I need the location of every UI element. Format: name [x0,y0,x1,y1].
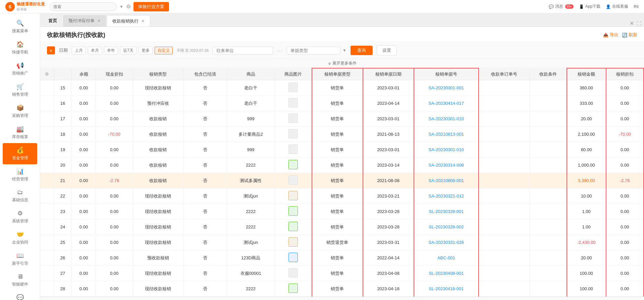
cell-cancel-bill-date: 2023-03-14 [363,158,414,173]
cell-cancel-discount: 0.00 [606,142,644,158]
product-image [288,114,298,123]
cell-receipt-order-no [479,266,529,281]
cell-cancel-bill-date: 2021-08-08 [363,173,414,188]
sidebar-label-inventory: 库存核算 [12,134,28,140]
cell-cancel-bill-no: SA-20230321-012 [414,188,479,204]
cell-product-img [274,281,312,297]
cell-product: 2222 [227,204,275,219]
sidebar-item-management[interactable]: 📊 经营管理 [0,164,40,185]
settings-icon[interactable]: ⚙ [126,3,131,10]
type-input[interactable] [287,47,340,54]
col-cancel-bill-no: 核销单据号 [414,68,479,80]
bill-no-link[interactable]: SA-20210813-001 [429,132,464,137]
cell-no: 25 [54,235,72,250]
unit-input[interactable] [213,47,273,54]
type-dropdown-arrow[interactable]: ▼ [342,48,346,53]
sidebar-item-purchase[interactable]: 📦 采购管理 [0,101,40,122]
bill-no-link[interactable]: SA-20230321-012 [429,194,464,199]
cell-cancel-amount: 333.00 [567,96,606,111]
user-info[interactable]: Rit [634,4,639,9]
cell-cancel-bill-date: 2021-08-13 [363,127,414,142]
bill-no-link[interactable]: SA-20230301-010 [429,147,464,152]
col-gear-icon[interactable]: ⚙ [45,72,49,77]
tab-prepay-close[interactable]: ✕ [97,18,101,23]
this-year-btn[interactable]: 本年 [104,47,118,54]
query-btn[interactable]: 查询 [351,46,373,55]
cell-product: 2222 [227,219,275,235]
sidebar-item-enterprise[interactable]: 🤝 企业协同 [0,227,40,249]
this-month-btn[interactable]: 本月 [88,47,102,54]
message-icon: 💬 [549,4,554,9]
bill-no-link[interactable]: SL-20230418-001 [429,286,464,291]
last-month-btn[interactable]: 上月 [72,47,86,54]
sidebar-item-marketing[interactable]: 📢 营销推广 [0,58,40,80]
expand-conditions-btn[interactable]: ∨ 展开更多条件 [328,60,357,66]
message-btn[interactable]: 💬 消息 99+ [549,4,574,9]
sidebar-label-sales: 销售管理 [12,92,28,97]
cell-settings [40,80,54,96]
bill-no-link[interactable]: SL-20230328-001 [429,209,464,214]
app-download-btn[interactable]: 📱 App下载 [579,4,600,9]
search-input[interactable] [50,2,117,11]
sidebar-item-basic[interactable]: 🗂 基础信息 [0,185,40,206]
export-btn[interactable]: 📤 导出 [603,32,619,38]
more-date-btn[interactable]: 更多 [139,47,153,54]
bill-no-link[interactable]: ABC-001 [437,255,455,260]
sidebar-item-hardware[interactable]: 🖥 智能硬件 [0,270,40,291]
guide-icon: 📖 [16,252,24,259]
cell-product-img [274,80,312,96]
bill-no-link[interactable]: SA-20230301-010 [429,116,464,121]
tab-prepay[interactable]: 预付冲应付单 ✕ [63,15,106,27]
cell-product-img [274,219,312,235]
top-actions: 💬 消息 99+ 📱 App下载 👤 在线客服 Rit [549,4,639,9]
enterprise-icon: 🤝 [16,231,24,238]
tab-collection-close[interactable]: ✕ [141,19,145,24]
cell-cancel-discount: 0.00 [606,158,644,173]
cell-receipt-condition [529,111,567,127]
search-icon: 🔍 [16,19,24,27]
sidebar-item-search[interactable]: 🔍 搜索菜单 [0,16,40,37]
tab-collection[interactable]: 收款核销执行 ✕ [107,15,150,27]
settings-btn[interactable]: 设置 [377,45,397,55]
maximize-icon[interactable]: ⛶ [637,21,641,26]
cell-cancel-amount: 3,390.00 [567,173,606,188]
cell-cancel-bill-no: SA-20210808-001 [414,173,479,188]
cell-balance: 0.00 [72,281,96,297]
cell-settings [40,111,54,127]
cell-included-settled: 否 [183,188,227,204]
bill-no-link[interactable]: SA-20230331-026 [429,240,464,245]
refresh-btn[interactable]: 🔄 刷新 [622,32,637,38]
col-settings[interactable]: ⚙ [40,68,54,80]
sidebar-item-finance[interactable]: 💰 资金管理 [3,143,37,164]
bill-no-link[interactable]: SA-20210808-001 [429,178,464,183]
custom-date-btn[interactable]: 自定义 [155,47,173,54]
bill-no-link[interactable]: SL-20230408-001 [429,271,464,276]
cell-settings [40,281,54,297]
filter-expand-btn[interactable]: » [47,46,55,54]
last-7-days-btn[interactable]: 近7天 [120,47,137,54]
industry-btn[interactable]: 体验行业方案 [133,2,169,11]
logo-sub: 标准版 [17,7,45,12]
cell-cancel-bill-type: 销货单 [312,188,363,204]
bill-no-link[interactable]: SA-20230301-001 [429,85,464,90]
table-container[interactable]: ⚙ 余额 现金折扣 核销类型 包含已结清 商品 商品图片 核销单据类型 核销单据… [40,68,644,300]
bill-no-link[interactable]: SA-20230314-008 [429,163,464,168]
top-bar: 6 畅捷通谱好生意 标准版 ▼ ⚙ 体验行业方案 💬 消息 99+ 📱 App下… [0,0,644,13]
cell-cancel-bill-no: SL-20230418-001 [414,281,479,297]
sidebar-item-quick-nav[interactable]: 🏠 快捷导航 [0,37,40,58]
sidebar-item-inventory[interactable]: 🏭 库存核算 [0,122,40,143]
cell-cancel-discount: 0.00 [606,250,644,266]
tab-home[interactable]: 首页 [43,15,62,27]
dropdown-arrow[interactable]: ▼ [119,4,123,9]
sidebar-item-system[interactable]: ⚙ 系统管理 [0,206,40,227]
bill-no-link[interactable]: SL-20230328-002 [429,224,464,229]
sidebar-item-wechat[interactable]: 💬 企业微信 [0,291,40,300]
online-service-btn[interactable]: 👤 在线客服 [606,4,628,9]
sidebar-item-guide[interactable]: 📖 新手引导 [0,249,40,270]
bill-no-link[interactable]: SA-20230414-017 [429,101,464,106]
close-window-icon[interactable]: ✕ [630,20,634,27]
app-download-label: App下载 [585,4,600,9]
cell-cancel-bill-type: 销货单 [312,111,363,127]
sidebar-item-sales[interactable]: 🛒 销售管理 [0,80,40,101]
cell-receipt-condition [529,80,567,96]
